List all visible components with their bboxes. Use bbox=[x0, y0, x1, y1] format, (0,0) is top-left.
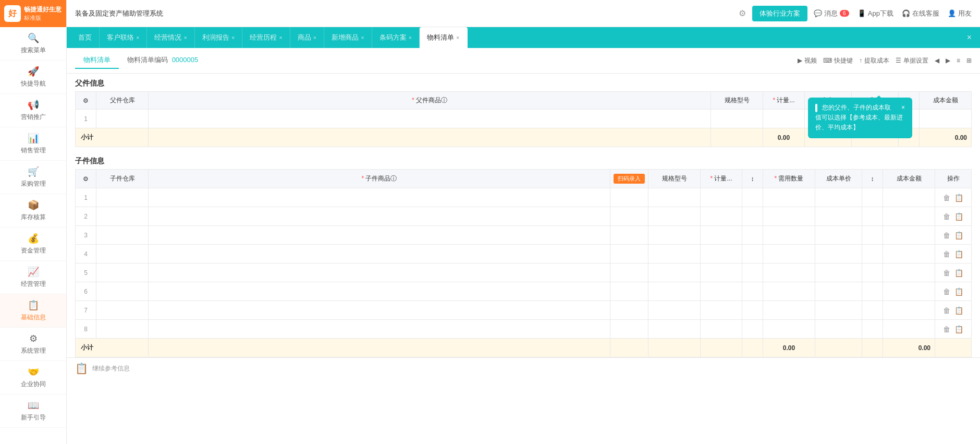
settings-icon[interactable]: ⚙ bbox=[739, 8, 746, 18]
child-unit-price-6[interactable] bbox=[815, 282, 862, 301]
child-action-8[interactable]: 🗑 📋 bbox=[935, 320, 972, 339]
child-action-7[interactable]: 🗑 📋 bbox=[935, 301, 972, 320]
delete-icon-2[interactable]: 🗑 bbox=[943, 212, 950, 221]
child-product-7[interactable] bbox=[149, 301, 610, 320]
nav-next-icon[interactable]: ▶ bbox=[946, 57, 950, 64]
child-action-2[interactable]: 🗑 📋 bbox=[935, 207, 972, 226]
child-action-1[interactable]: 🗑 📋 bbox=[935, 188, 972, 207]
child-product-4[interactable] bbox=[149, 245, 610, 263]
table-view-icon[interactable]: ⊞ bbox=[966, 57, 972, 64]
doc-settings-button[interactable]: ☰ 单据设置 bbox=[896, 56, 928, 65]
nav-tab-operations[interactable]: 经营情况 × bbox=[147, 27, 194, 48]
child-qty-5[interactable] bbox=[763, 263, 815, 282]
nav-tab-barcode[interactable]: 条码方案 × bbox=[372, 27, 420, 48]
user-menu[interactable]: 👤 用友 bbox=[948, 9, 972, 18]
child-warehouse-3[interactable] bbox=[96, 226, 149, 245]
child-product-2[interactable] bbox=[149, 207, 610, 226]
sidebar-item-guide[interactable]: 📖 新手引导 bbox=[0, 394, 66, 428]
nav-tab-close-new-goods[interactable]: × bbox=[361, 34, 364, 41]
child-action-6[interactable]: 🗑 📋 bbox=[935, 282, 972, 301]
child-warehouse-8[interactable] bbox=[96, 320, 149, 339]
child-spec-6[interactable] bbox=[648, 282, 701, 301]
child-product-5[interactable] bbox=[149, 263, 610, 282]
child-unit-price-7[interactable] bbox=[815, 301, 862, 320]
sub-tab-bom-list[interactable]: 物料清单 bbox=[75, 52, 119, 69]
child-warehouse-6[interactable] bbox=[96, 282, 149, 301]
sidebar-item-marketing[interactable]: 📢 营销推广 bbox=[0, 94, 66, 127]
sidebar-item-basic-info[interactable]: 📋 基础信息 bbox=[0, 294, 66, 328]
nav-close-all-button[interactable]: × bbox=[963, 33, 976, 42]
parent-spec-1[interactable] bbox=[711, 110, 763, 128]
copy-icon-7[interactable]: 📋 bbox=[954, 306, 963, 315]
parent-col-settings[interactable]: ⚙ bbox=[76, 92, 96, 110]
child-action-5[interactable]: 🗑 📋 bbox=[935, 263, 972, 282]
nav-tab-goods[interactable]: 商品 × bbox=[290, 27, 324, 48]
delete-icon-4[interactable]: 🗑 bbox=[943, 250, 950, 258]
child-unit-5[interactable] bbox=[701, 263, 742, 282]
tooltip-close-button[interactable]: × bbox=[901, 103, 905, 113]
nav-tab-new-goods[interactable]: 新增商品 × bbox=[324, 27, 372, 48]
child-product-8[interactable] bbox=[149, 320, 610, 339]
child-qty-4[interactable] bbox=[763, 245, 815, 263]
sub-tab-bom-code[interactable]: 物料清单编码 0000005 bbox=[119, 52, 206, 69]
child-spec-8[interactable] bbox=[648, 320, 701, 339]
delete-icon-5[interactable]: 🗑 bbox=[943, 269, 950, 277]
nav-tab-customer[interactable]: 客户联络 × bbox=[100, 27, 147, 48]
copy-icon-6[interactable]: 📋 bbox=[954, 287, 963, 296]
child-unit-price-1[interactable] bbox=[815, 188, 862, 207]
nav-tab-close-barcode[interactable]: × bbox=[409, 34, 412, 41]
child-qty-2[interactable] bbox=[763, 207, 815, 226]
message-button[interactable]: 💬 消息 6 bbox=[814, 9, 849, 18]
child-qty-8[interactable] bbox=[763, 320, 815, 339]
delete-icon-7[interactable]: 🗑 bbox=[943, 306, 950, 315]
child-product-6[interactable] bbox=[149, 282, 610, 301]
nav-tab-profit[interactable]: 利润报告 × bbox=[195, 27, 242, 48]
sidebar-item-search[interactable]: 🔍 搜索菜单 bbox=[0, 27, 66, 61]
child-warehouse-4[interactable] bbox=[96, 245, 149, 263]
sidebar-item-system[interactable]: ⚙ 系统管理 bbox=[0, 328, 66, 361]
sidebar-item-sales[interactable]: 📊 销售管理 bbox=[0, 127, 66, 161]
nav-tab-close-customer[interactable]: × bbox=[136, 34, 139, 41]
sidebar-item-purchase[interactable]: 🛒 采购管理 bbox=[0, 161, 66, 194]
nav-tab-close-ops[interactable]: × bbox=[183, 34, 187, 41]
child-col-settings[interactable]: ⚙ bbox=[76, 170, 96, 188]
parent-unit-1[interactable] bbox=[763, 110, 805, 128]
extract-cost-button[interactable]: ↑ 提取成本 bbox=[859, 56, 889, 65]
copy-icon-2[interactable]: 📋 bbox=[954, 212, 963, 221]
child-warehouse-7[interactable] bbox=[96, 301, 149, 320]
child-unit-7[interactable] bbox=[701, 301, 742, 320]
scan-button[interactable]: 扫码录入 bbox=[614, 174, 645, 184]
child-warehouse-1[interactable] bbox=[96, 188, 149, 207]
copy-icon-8[interactable]: 📋 bbox=[954, 325, 963, 333]
child-unit-price-4[interactable] bbox=[815, 245, 862, 263]
copy-icon-1[interactable]: 📋 bbox=[954, 194, 963, 202]
child-qty-1[interactable] bbox=[763, 188, 815, 207]
shortcut-button[interactable]: ⌨ 快捷键 bbox=[823, 56, 853, 65]
parent-warehouse-1[interactable] bbox=[96, 110, 149, 128]
copy-icon-4[interactable]: 📋 bbox=[954, 250, 963, 258]
delete-icon-6[interactable]: 🗑 bbox=[943, 287, 950, 296]
nav-prev-icon[interactable]: ◀ bbox=[935, 57, 939, 64]
sidebar-item-finance[interactable]: 💰 资金管理 bbox=[0, 227, 66, 261]
delete-icon-8[interactable]: 🗑 bbox=[943, 325, 950, 333]
nav-tab-history[interactable]: 经营历程 × bbox=[242, 27, 290, 48]
child-unit-1[interactable] bbox=[701, 188, 742, 207]
child-product-3[interactable] bbox=[149, 226, 610, 245]
delete-icon-1[interactable]: 🗑 bbox=[943, 194, 950, 202]
child-unit-8[interactable] bbox=[701, 320, 742, 339]
child-unit-6[interactable] bbox=[701, 282, 742, 301]
nav-tab-bom[interactable]: 物料清单 × bbox=[420, 27, 467, 48]
child-warehouse-5[interactable] bbox=[96, 263, 149, 282]
child-unit-price-8[interactable] bbox=[815, 320, 862, 339]
child-product-1[interactable] bbox=[149, 188, 610, 207]
child-unit-price-3[interactable] bbox=[815, 226, 862, 245]
copy-icon-5[interactable]: 📋 bbox=[954, 269, 963, 277]
child-unit-price-5[interactable] bbox=[815, 263, 862, 282]
child-qty-3[interactable] bbox=[763, 226, 815, 245]
video-button[interactable]: ▶ 视频 bbox=[798, 56, 817, 65]
nav-tab-home[interactable]: 首页 bbox=[71, 27, 100, 48]
nav-tab-close-goods[interactable]: × bbox=[313, 34, 316, 41]
child-spec-3[interactable] bbox=[648, 226, 701, 245]
child-unit-2[interactable] bbox=[701, 207, 742, 226]
child-unit-4[interactable] bbox=[701, 245, 742, 263]
